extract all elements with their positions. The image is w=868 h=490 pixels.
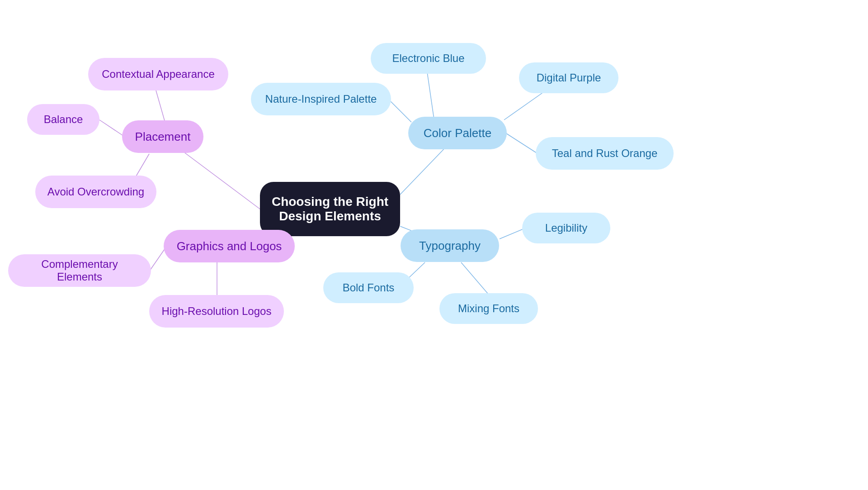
balance-node[interactable]: Balance <box>27 104 99 135</box>
contextual-appearance-node[interactable]: Contextual Appearance <box>88 58 228 90</box>
svg-line-1 <box>156 90 165 122</box>
legibility-label: Legibility <box>545 222 587 234</box>
graphics-logos-label: Graphics and Logos <box>177 239 282 253</box>
svg-line-5 <box>389 100 411 122</box>
balance-label: Balance <box>44 113 83 126</box>
avoid-overcrowding-node[interactable]: Avoid Overcrowding <box>35 176 156 208</box>
svg-line-6 <box>427 72 434 119</box>
digital-purple-node[interactable]: Digital Purple <box>519 62 618 93</box>
bold-fonts-label: Bold Fonts <box>343 281 395 294</box>
contextual-appearance-label: Contextual Appearance <box>102 68 215 81</box>
graphics-logos-node[interactable]: Graphics and Logos <box>164 230 295 262</box>
teal-rust-label: Teal and Rust Orange <box>552 147 657 160</box>
svg-line-15 <box>461 262 488 294</box>
nature-inspired-node[interactable]: Nature-Inspired Palette <box>251 83 391 115</box>
typography-label: Typography <box>419 239 481 253</box>
color-palette-node[interactable]: Color Palette <box>408 117 507 149</box>
mixing-fonts-label: Mixing Fonts <box>458 302 519 315</box>
center-node[interactable]: Choosing the Right Design Elements <box>260 182 400 236</box>
electronic-blue-node[interactable]: Electronic Blue <box>371 43 486 74</box>
typography-node[interactable]: Typography <box>401 229 499 262</box>
mixing-fonts-node[interactable]: Mixing Fonts <box>439 293 538 324</box>
complementary-label: Complementary Elements <box>20 258 139 283</box>
high-res-logos-node[interactable]: High-Resolution Logos <box>149 295 284 328</box>
digital-purple-label: Digital Purple <box>537 71 601 84</box>
legibility-node[interactable]: Legibility <box>522 213 610 243</box>
nature-inspired-label: Nature-Inspired Palette <box>265 93 377 105</box>
bold-fonts-node[interactable]: Bold Fonts <box>323 272 414 303</box>
color-palette-label: Color Palette <box>424 126 491 140</box>
teal-rust-node[interactable]: Teal and Rust Orange <box>536 137 674 170</box>
electronic-blue-label: Electronic Blue <box>392 52 464 65</box>
center-label: Choosing the Right Design Elements <box>260 195 400 224</box>
avoid-overcrowding-label: Avoid Overcrowding <box>47 186 144 198</box>
complementary-node[interactable]: Complementary Elements <box>8 254 151 287</box>
svg-line-13 <box>500 228 524 239</box>
placement-node[interactable]: Placement <box>122 120 203 153</box>
placement-label: Placement <box>135 130 191 144</box>
high-res-logos-label: High-Resolution Logos <box>162 305 272 318</box>
svg-line-8 <box>506 133 538 154</box>
